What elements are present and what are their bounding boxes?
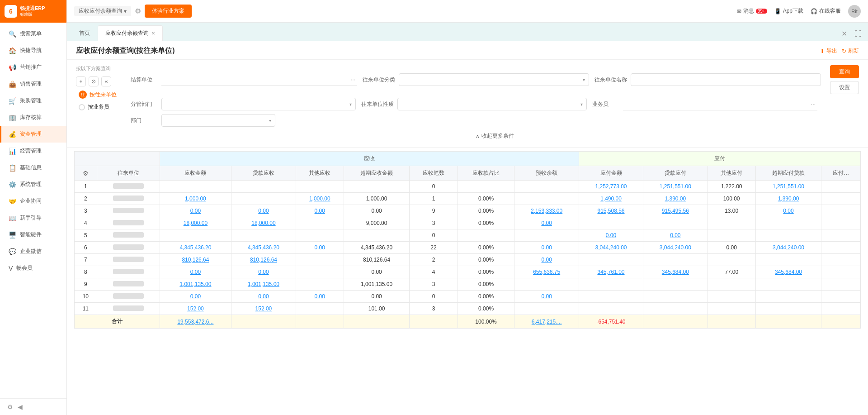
table-gear-icon[interactable]: ⚙ bbox=[83, 170, 89, 177]
table-cell[interactable]: 18,000.00 bbox=[160, 217, 231, 229]
tab-expand-icon[interactable]: ⛶ bbox=[853, 29, 863, 39]
sidebar-item-quick-nav[interactable]: 🏠 快捷导航 bbox=[0, 42, 66, 59]
table-cell[interactable]: 1,390.00 bbox=[643, 193, 708, 205]
table-cell[interactable]: 345,761.00 bbox=[579, 266, 643, 278]
option-by-staff[interactable]: 按业务员 bbox=[76, 102, 119, 112]
setting-button[interactable]: 设置 bbox=[830, 81, 859, 94]
table-cell[interactable]: 0.00 bbox=[514, 242, 579, 254]
table-cell[interactable]: 0.00 bbox=[231, 291, 296, 303]
sidebar-item-search[interactable]: 🔍 搜索菜单 bbox=[0, 25, 66, 42]
table-cell[interactable]: 0.00 bbox=[296, 205, 344, 217]
more-scheme-button[interactable]: « bbox=[101, 76, 111, 86]
sidebar-item-purchase[interactable]: 🛒 采购管理 bbox=[0, 92, 66, 109]
sidebar-item-operations[interactable]: 📊 经营管理 bbox=[0, 143, 66, 159]
table-cell[interactable]: 152.00 bbox=[160, 303, 231, 315]
total-ar-amount[interactable]: 19,553,472,6... bbox=[160, 315, 231, 329]
table-cell[interactable]: 0.00 bbox=[296, 291, 344, 303]
tab-ar-ap[interactable]: 应收应付余额查询 ✕ bbox=[98, 25, 163, 41]
table-cell[interactable]: 810,126.64 bbox=[160, 254, 231, 266]
table-cell[interactable]: 1,251,551.00 bbox=[643, 181, 708, 193]
add-scheme-button[interactable]: + bbox=[76, 76, 86, 86]
table-cell[interactable]: 0.00 bbox=[231, 205, 296, 217]
unit-name-input[interactable] bbox=[631, 73, 821, 86]
sidebar-item-marketing[interactable]: 📢 营销推广 bbox=[0, 59, 66, 76]
table-cell[interactable]: 3,044,240.00 bbox=[579, 242, 643, 254]
table-cell[interactable]: 0.00 bbox=[296, 242, 344, 254]
sidebar-item-hardware[interactable]: 🖥️ 智能硬件 bbox=[0, 226, 66, 243]
table-cell[interactable]: 2,153,333.00 bbox=[514, 205, 579, 217]
refresh-button[interactable]: ↻ 刷新 bbox=[842, 47, 859, 55]
table-cell[interactable]: 152.00 bbox=[231, 303, 296, 315]
tab-home[interactable]: 首页 bbox=[71, 25, 98, 41]
table-cell[interactable]: 0.00 bbox=[160, 205, 231, 217]
table-cell: ████████ bbox=[97, 266, 160, 278]
department-select[interactable]: ▾ bbox=[161, 114, 275, 127]
sidebar-item-finance[interactable]: 💰 资金管理 bbox=[0, 126, 66, 143]
table-cell[interactable]: 0.00 bbox=[514, 217, 579, 229]
table-cell[interactable]: 915,508.56 bbox=[579, 205, 643, 217]
table-cell[interactable]: 1,252,773.00 bbox=[579, 181, 643, 193]
table-cell[interactable]: 3,044,240.00 bbox=[755, 242, 821, 254]
sidebar-item-sales[interactable]: 👜 销售管理 bbox=[0, 76, 66, 92]
edit-scheme-button[interactable]: ⊙ bbox=[89, 76, 99, 86]
total-prepaid[interactable]: 6,417,215.... bbox=[514, 315, 579, 329]
settlement-unit-input[interactable]: ··· bbox=[161, 73, 357, 86]
solution-button[interactable]: 体验行业方案 bbox=[145, 5, 192, 18]
sidebar-item-system[interactable]: ⚙️ 系统管理 bbox=[0, 176, 66, 193]
table-cell[interactable]: 0.00 bbox=[160, 266, 231, 278]
table-cell[interactable]: 0.00 bbox=[160, 291, 231, 303]
tab-close-window-icon[interactable]: ✕ bbox=[840, 29, 849, 39]
table-cell: 22 bbox=[410, 242, 458, 254]
collapse-button[interactable]: ∧ 收起更多条件 bbox=[131, 130, 859, 142]
sidebar-item-guide[interactable]: 📖 新手引导 bbox=[0, 210, 66, 226]
table-cell[interactable]: 1,001,135.00 bbox=[160, 278, 231, 291]
sidebar-item-collab[interactable]: 🤝 企业协同 bbox=[0, 193, 66, 210]
table-cell[interactable]: 345,684.00 bbox=[643, 266, 708, 278]
online-service-button[interactable]: 🎧 在线客服 bbox=[811, 7, 841, 15]
sidebar-item-wechat[interactable]: 💬 企业微信 bbox=[0, 243, 66, 260]
total-row: 合计 19,553,472,6... 100.00% 6,417,215....… bbox=[75, 315, 861, 329]
gear-settings-icon[interactable]: ⚙ bbox=[135, 7, 141, 15]
avatar[interactable]: Rit bbox=[848, 5, 861, 18]
table-cell[interactable]: 0.00 bbox=[514, 254, 579, 266]
table-cell[interactable]: 0.00 bbox=[231, 266, 296, 278]
table-cell[interactable]: 0.00 bbox=[579, 229, 643, 242]
dept-select[interactable]: ▾ bbox=[161, 98, 356, 110]
sidebar-item-label: 智能硬件 bbox=[20, 231, 42, 239]
messages-button[interactable]: ✉ 消息 99+ bbox=[737, 7, 767, 15]
table-cell[interactable]: 1,000.00 bbox=[160, 193, 231, 205]
footer-collapse-icon[interactable]: ◀ bbox=[18, 403, 23, 410]
table-cell[interactable]: 1,001,135.00 bbox=[231, 278, 296, 291]
unit-category-select[interactable]: ▾ bbox=[399, 73, 589, 86]
option-by-unit[interactable]: 往 按往来单位 bbox=[76, 89, 119, 100]
table-cell[interactable]: 345,684.00 bbox=[755, 266, 821, 278]
sidebar-item-vip[interactable]: V 畅会员 bbox=[0, 260, 66, 277]
table-cell[interactable]: 4,345,436.20 bbox=[231, 242, 296, 254]
table-cell[interactable]: 0.00 bbox=[514, 291, 579, 303]
table-cell[interactable]: 655,636.75 bbox=[514, 266, 579, 278]
sidebar-item-label: 快捷导航 bbox=[20, 47, 42, 54]
table-cell[interactable]: 1,000.00 bbox=[296, 193, 344, 205]
tab-close-icon[interactable]: ✕ bbox=[151, 31, 155, 36]
table-cell[interactable]: 4,345,436.20 bbox=[160, 242, 231, 254]
table-cell[interactable]: 3,044,240.00 bbox=[643, 242, 708, 254]
table-cell: 0.00% bbox=[458, 217, 514, 229]
table-cell[interactable]: 1,390.00 bbox=[755, 193, 821, 205]
footer-settings-icon[interactable]: ⚙ bbox=[7, 403, 13, 410]
staff-input[interactable]: ··· bbox=[623, 98, 817, 110]
table-cell[interactable]: 1,490.00 bbox=[579, 193, 643, 205]
table-cell[interactable]: 18,000.00 bbox=[231, 217, 296, 229]
table-cell[interactable]: 810,126.64 bbox=[231, 254, 296, 266]
unit-nature-select[interactable]: ▾ bbox=[397, 98, 586, 110]
app-download-button[interactable]: 📱 App下载 bbox=[774, 7, 803, 15]
table-row: 8████████0.000.000.0040.00%655,636.75345… bbox=[75, 266, 861, 278]
table-cell[interactable]: 1,251,551.00 bbox=[755, 181, 821, 193]
table-cell[interactable]: 915,495.56 bbox=[643, 205, 708, 217]
total-other-ap bbox=[708, 315, 755, 329]
table-cell[interactable]: 0.00 bbox=[755, 205, 821, 217]
export-button[interactable]: ⬆ 导出 bbox=[820, 47, 837, 55]
query-button[interactable]: 查询 bbox=[830, 65, 859, 78]
sidebar-item-inventory[interactable]: 🏢 库存核算 bbox=[0, 109, 66, 126]
table-cell[interactable]: 0.00 bbox=[643, 229, 708, 242]
sidebar-item-basic[interactable]: 📋 基础信息 bbox=[0, 159, 66, 176]
